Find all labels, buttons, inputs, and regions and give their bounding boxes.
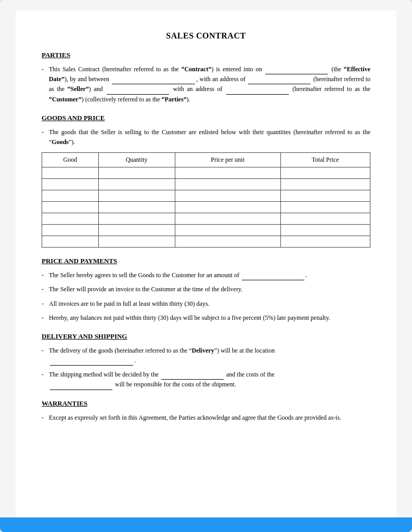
price-text-2: The Seller will provide an invoice to th… <box>49 284 370 294</box>
section-heading-delivery: DELIVERY AND SHIPPING <box>42 332 370 341</box>
bullet-dash-goods: - <box>42 127 44 137</box>
cell-good <box>42 213 99 225</box>
table-row <box>42 202 370 213</box>
cell-qty <box>98 167 175 179</box>
price-text-1: The Seller hereby agrees to sell the Goo… <box>49 270 370 280</box>
cell-ppu <box>175 179 280 190</box>
bullet-dash-delivery-2: - <box>42 370 44 380</box>
col-quantity: Quantity <box>98 153 175 167</box>
bullet-dash: - <box>42 64 44 74</box>
blank-party-2 <box>107 87 169 95</box>
blank-amount <box>242 273 304 280</box>
cell-ppu <box>175 236 280 248</box>
cell-qty <box>98 225 175 236</box>
delivery-text-1: The delivery of the goods (hereinafter r… <box>49 346 370 366</box>
bullet-dash-warranties-1: - <box>42 413 44 423</box>
cell-qty <box>98 179 175 190</box>
cell-tp <box>280 190 370 202</box>
page-container: SALES CONTRACT PARTIES - This Sales Cont… <box>0 0 412 532</box>
blank-address-1 <box>248 77 311 84</box>
col-good: Good <box>42 153 99 167</box>
cell-good <box>42 225 99 236</box>
section-heading-goods: GOODS AND PRICE <box>42 114 370 122</box>
cell-ppu <box>175 167 280 179</box>
parties-bold: “Parties” <box>162 96 187 103</box>
section-heading-parties: PARTIES <box>42 51 370 59</box>
table-row <box>42 167 370 179</box>
document-area: SALES CONTRACT PARTIES - This Sales Cont… <box>16 10 396 517</box>
section-heading-warranties: WARRANTIES <box>42 399 370 408</box>
seller-bold: “Seller” <box>68 85 89 93</box>
bullet-dash-delivery-1: - <box>42 346 44 356</box>
table-row <box>42 213 370 225</box>
table-row <box>42 190 370 202</box>
cell-good <box>42 202 99 213</box>
cell-good <box>42 167 99 179</box>
table-row <box>42 179 370 190</box>
col-price-per-unit: Price per unit <box>175 153 280 167</box>
document-title: SALES CONTRACT <box>42 31 370 41</box>
cell-ppu <box>175 202 280 213</box>
cell-tp <box>280 202 370 213</box>
cell-qty <box>98 190 175 202</box>
price-text-3: All invoices are to be paid in full at l… <box>49 299 370 309</box>
cell-good <box>42 179 99 190</box>
goods-bullet-1: - The goods that the Seller is selling t… <box>42 127 370 147</box>
delivery-bullet-1: - The delivery of the goods (hereinafter… <box>42 346 370 366</box>
cell-tp <box>280 179 370 190</box>
cell-good <box>42 236 99 248</box>
price-bullet-1: - The Seller hereby agrees to sell the G… <box>42 270 370 280</box>
price-bullet-4: - Hereby, any balances not paid within t… <box>42 313 370 323</box>
contract-bold: “Contract” <box>181 66 211 73</box>
customer-bold: “Customer” <box>49 96 82 103</box>
cell-ppu <box>175 190 280 202</box>
delivery-bullet-2: - The shipping method will be decided by… <box>42 370 370 390</box>
blank-shipping-decider <box>161 372 224 380</box>
table-row <box>42 225 370 236</box>
table-header-row: Good Quantity Price per unit Total Price <box>42 153 370 167</box>
warranties-text-1: Except as expressly set forth in this Ag… <box>49 413 370 423</box>
blank-effective-date-1 <box>265 67 328 74</box>
goods-text-1: The goods that the Seller is selling to … <box>49 127 370 147</box>
cell-tp <box>280 213 370 225</box>
cell-tp <box>280 236 370 248</box>
price-bullet-2: - The Seller will provide an invoice to … <box>42 284 370 294</box>
bullet-dash-price-3: - <box>42 299 44 309</box>
parties-text-1: This Sales Contract (hereinafter referre… <box>49 64 370 105</box>
bottom-bar <box>0 517 412 532</box>
cell-qty <box>98 202 175 213</box>
cell-tp <box>280 225 370 236</box>
blank-party-1 <box>112 77 195 84</box>
blank-shipping-cost-party <box>50 383 112 390</box>
col-total-price: Total Price <box>280 153 370 167</box>
cell-qty <box>98 236 175 248</box>
blank-address-2 <box>226 87 289 95</box>
blank-location <box>50 358 133 366</box>
cell-good <box>42 190 99 202</box>
cell-ppu <box>175 213 280 225</box>
bullet-dash-price-2: - <box>42 284 44 294</box>
goods-bold: Goods <box>52 138 69 146</box>
parties-bullet-1: - This Sales Contract (hereinafter refer… <box>42 64 370 105</box>
cell-tp <box>280 167 370 179</box>
price-bullet-3: - All invoices are to be paid in full at… <box>42 299 370 309</box>
cell-qty <box>98 213 175 225</box>
warranties-bullet-1: - Except as expressly set forth in this … <box>42 413 370 423</box>
cell-ppu <box>175 225 280 236</box>
delivery-text-2: The shipping method will be decided by t… <box>49 370 370 390</box>
bullet-dash-price-4: - <box>42 313 44 323</box>
section-heading-price: PRICE AND PAYMENTS <box>42 257 370 265</box>
table-row <box>42 236 370 248</box>
bullet-dash-price-1: - <box>42 270 44 280</box>
delivery-bold: Delivery <box>192 347 214 354</box>
goods-table: Good Quantity Price per unit Total Price <box>42 152 370 248</box>
price-text-4: Hereby, any balances not paid within thi… <box>49 313 370 323</box>
